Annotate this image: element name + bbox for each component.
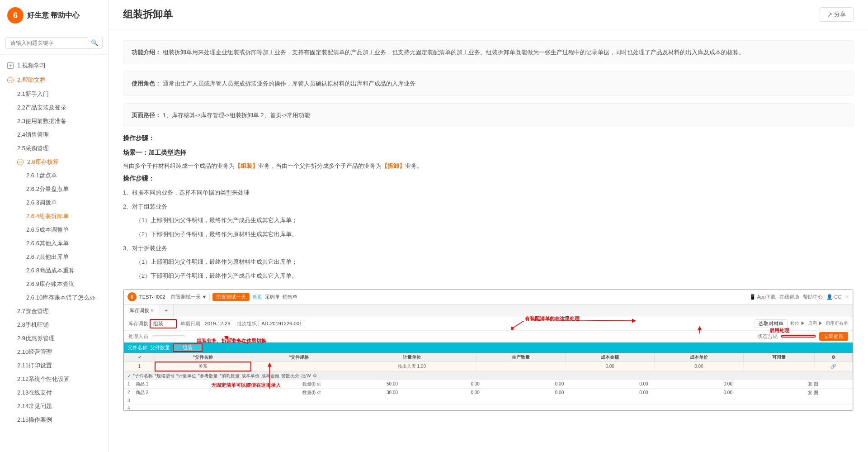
- role-intro-block: 使用角色： 通常由生产人员或库管人员完成拆装业务的操作，库管人员确认原材料的出库…: [123, 71, 854, 95]
- annotation-4: 无固定清单可以随便在这里录入: [211, 382, 281, 389]
- sidebar-item-inventory-2-6-5[interactable]: 2.6.5成本调整单: [26, 223, 108, 237]
- sidebar-logo: 6 好生意 帮助中心: [0, 0, 108, 31]
- sim-nav-purchase[interactable]: 采购单: [265, 294, 280, 300]
- plus-icon: +: [7, 62, 14, 69]
- sidebar-item-help-docs[interactable]: − 2.帮助文档 2.1新手入门 2.2产品安装及登录 2.3使用前数据准备 2…: [0, 73, 108, 427]
- sim-table-row: 4: [124, 404, 853, 411]
- annotation-3: 启用处理: [769, 327, 789, 334]
- sidebar-item-inventory-2-6-9[interactable]: 2.6.9库存账本查询: [26, 277, 108, 291]
- logo-icon: 6: [7, 7, 24, 24]
- path-block: 页面路径： 1、库存核算->库存管理->组装拆卸单 2、首页->常用功能: [123, 103, 854, 127]
- sim-help-center: 帮助中心: [803, 294, 823, 300]
- sim-tabbar: 库存调拨 × +: [124, 305, 853, 317]
- sidebar-item-purchase[interactable]: 2.5采购管理: [17, 142, 108, 155]
- sidebar-item-data-prep[interactable]: 2.3使用前数据准备: [17, 114, 108, 128]
- function-intro-block: 功能介绍： 组装拆卸单用来处理企业组装或拆卸等加工业务，支持有固定装配清单的产品…: [123, 40, 854, 64]
- main-content: 组装拆卸单 ↗ 分享 功能介绍： 组装拆卸单用来处理企业组装或拆卸等加工业务，支…: [108, 0, 868, 452]
- role-label: 使用角色：: [132, 80, 161, 87]
- sidebar-item-video-learning[interactable]: + 1.视频学习: [0, 58, 108, 73]
- step-3-1: （1）上部明细为父件明细，最终作为原材料生成其它出库单；: [136, 257, 854, 268]
- share-button[interactable]: ↗ 分享: [820, 7, 854, 22]
- sim-field-name: 批次组织 AD-20191226-001: [237, 320, 305, 327]
- sidebar-item-inventory-2-6-10[interactable]: 2.6.10库存账本错了怎么办: [26, 291, 108, 305]
- share-icon: ↗: [827, 11, 832, 18]
- annotation-1: 有装配清单的在这里处理: [525, 315, 580, 322]
- sim-nav-sales[interactable]: 销售单: [283, 294, 297, 300]
- annotation-2: 组装业务、拆卸业务在这里切换: [197, 338, 266, 344]
- sidebar-item-inventory-2-6-3[interactable]: 2.6.3调拨单: [26, 196, 108, 209]
- sim-upper-table: ✓ *父件名称 *父件规格 计量单位 生产数量 成本金额 成本单价 可用量 ⚙: [124, 353, 853, 371]
- sidebar-item-2-14[interactable]: 2.14常见问题: [17, 400, 108, 413]
- ops-title: 操作步骤：: [123, 134, 854, 143]
- step-2-1: （1）上部明细为父件明细，最终作为产成品生成其它入库单；: [136, 215, 854, 226]
- sim-tab-inventory[interactable]: 库存调拨 ×: [124, 305, 159, 317]
- sidebar-item-2-11[interactable]: 2.11打印设置: [17, 359, 108, 372]
- sidebar-item-2-15[interactable]: 2.15操作案例: [17, 413, 108, 427]
- sim-lower-section: ✓ *子件名称 *规格型号 *计量单位 *参考数量 *消耗数量 成本单价 成本金…: [124, 371, 853, 380]
- sidebar-item-install[interactable]: 2.2产品安装及登录: [17, 101, 108, 114]
- role-text: 通常由生产人员或库管人员完成拆装业务的操作，库管人员确认原材料的出库和产成品的入…: [163, 80, 415, 87]
- screenshot-container: 6 TEST-H002 前置测试一天 ▼ 前置测试一天 自页 采购单 销售单 📱…: [123, 289, 854, 411]
- sidebar-item-2-8[interactable]: 2.8手机旺铺: [17, 318, 108, 332]
- sidebar-item-inventory-2-6-1[interactable]: 2.6.1盘点单: [26, 169, 108, 182]
- sidebar-item-inventory-2-6-2[interactable]: 2.6.2分量盘点单: [26, 182, 108, 196]
- steps-list: 1、根据不同的业务，选择不同单据的类型来处理 2、对于组装业务 （1）上部明细为…: [123, 187, 854, 282]
- sim-qty-input[interactable]: [152, 335, 185, 337]
- sim-field-date: 单据日期 2019-12-26: [180, 320, 233, 327]
- sidebar-item-2-13[interactable]: 2.13在线支付: [17, 386, 108, 400]
- sim-action-btns: 选取对材单 检位 ▶ 启用 ▶ 启用所有单: [755, 319, 848, 328]
- minus-icon: −: [7, 77, 14, 83]
- sim-form-header: 库存调拨 组装 单据日期 2019-12-26 批次组织 AD-20191226…: [124, 317, 853, 331]
- minus-icon-inventory: −: [17, 159, 24, 165]
- search-button[interactable]: 🔍: [87, 37, 103, 49]
- sidebar-item-2-12[interactable]: 2.12系统个性化设置: [17, 372, 108, 386]
- sidebar-item-inventory-2-6-6[interactable]: 2.6.6其他入库单: [26, 237, 108, 250]
- sim-field-type: 库存调拨 组装: [128, 319, 177, 328]
- path-text: 1、库存核算->库存管理->组装拆卸单 2、首页->常用功能: [163, 112, 311, 119]
- sim-appname: TEST-H002: [139, 294, 165, 300]
- sim-new-btn[interactable]: 前置测试一天: [212, 293, 250, 301]
- sidebar-item-inventory-2-6-8[interactable]: 2.6.8商品成本重算: [26, 264, 108, 277]
- sidebar-item-inventory-2-6-7[interactable]: 2.6.7其他出库单: [26, 250, 108, 264]
- sim-nav-home[interactable]: 自页: [252, 294, 262, 300]
- svg-line-0: [511, 321, 524, 329]
- sim-type-label: 库存调拨: [128, 320, 148, 327]
- sim-table-row: 2 商品 2 数量(t) ≤t 30.00 0.00 0.00 0.00 0.0…: [124, 389, 853, 397]
- page-title: 组装拆卸单: [123, 8, 173, 21]
- sim-type-input[interactable]: 组装: [150, 319, 177, 328]
- sidebar-item-new-user[interactable]: 2.1新手入门: [17, 87, 108, 101]
- sim-app-download: 📱 App下载: [750, 294, 776, 300]
- content-header: 组装拆卸单 ↗ 分享: [108, 0, 868, 29]
- ops-steps-title: 操作步骤：: [123, 175, 854, 183]
- search-box: 🔍: [0, 31, 108, 55]
- sidebar-item-2-10[interactable]: 2.10经营管理: [17, 345, 108, 359]
- logo-title: 好生意 帮助中心: [27, 11, 80, 20]
- sidebar-item-sales[interactable]: 2.4销售管理: [17, 128, 108, 142]
- scenario1-desc: 当由多个子件材料组装成一个成品的业务为【组装】业务，当由一个父件拆分成多个子产品…: [123, 161, 854, 172]
- sim-help-online: 在线帮助: [779, 294, 799, 300]
- path-label: 页面路径：: [132, 112, 161, 119]
- sim-process-type[interactable]: 组装: [173, 343, 203, 352]
- sidebar-item-2-7[interactable]: 2.7资金管理: [17, 305, 108, 318]
- step-3-2: （2）下部明细为子件明细，最终作为产成品生成其它入库单。: [136, 271, 854, 282]
- step-2: 2、对于组装业务: [123, 201, 854, 213]
- sim-status-input[interactable]: [781, 335, 816, 338]
- sim-name-input[interactable]: AD-20191226-001: [258, 320, 305, 327]
- sim-topbar-right: 📱 App下载 在线帮助 帮助中心 👤 CC ✕: [750, 294, 849, 300]
- sidebar-item-inventory[interactable]: − 2.6库存核算 2.6.1盘点单 2.6.2分量盘点单 2.6.3调拨单 2…: [17, 155, 108, 305]
- sidebar-item-inventory-2-6-4[interactable]: 2.6.4组装拆卸单: [26, 209, 108, 223]
- sim-tab-add[interactable]: +: [159, 305, 173, 317]
- sidebar: 6 好生意 帮助中心 🔍 + 1.视频学习 − 2.帮助文档 2.1新手入门 2…: [0, 0, 108, 452]
- sim-close-btn[interactable]: ✕: [845, 294, 849, 300]
- function-intro-text: 组装拆卸单用来处理企业组装或拆卸等加工业务，支持有固定装配清单的产品加工业务，也…: [163, 49, 745, 56]
- function-intro-label: 功能介绍：: [132, 49, 161, 56]
- scenario1-title: 场景一：加工类型选择: [123, 149, 854, 157]
- sim-nav: 自页 采购单 销售单: [252, 294, 747, 300]
- nav-tree: + 1.视频学习 − 2.帮助文档 2.1新手入门 2.2产品安装及登录 2.3…: [0, 55, 108, 452]
- sim-confirm-btn[interactable]: 立即处理: [819, 332, 848, 341]
- search-input[interactable]: [5, 37, 87, 49]
- step-2-2: （2）下部明细为子件明细，最终作为原材料生成其它出库单。: [136, 229, 854, 240]
- sim-dropdown[interactable]: 前置测试一天 ▼: [168, 293, 210, 301]
- sim-date-input[interactable]: 2019-12-26: [202, 320, 233, 327]
- sidebar-item-2-9[interactable]: 2.9优惠券管理: [17, 332, 108, 345]
